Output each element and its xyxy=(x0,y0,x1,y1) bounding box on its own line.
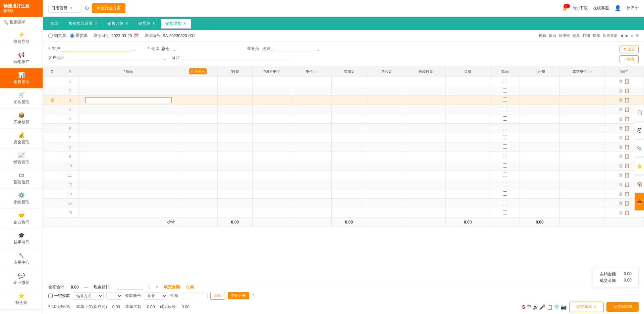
row-unit-cell[interactable] xyxy=(252,133,292,142)
row-pkgqty-cell[interactable] xyxy=(406,171,445,180)
row-gift-cell[interactable] xyxy=(490,208,520,217)
row-qty2-cell[interactable] xyxy=(331,86,366,96)
experience-btn[interactable]: 体验行业方案 xyxy=(92,3,125,13)
delete-row-icon[interactable]: 🗑 xyxy=(619,88,623,93)
customer-dots[interactable]: ... xyxy=(131,46,135,52)
gift-checkbox[interactable] xyxy=(503,88,507,92)
row-goods-cell[interactable] xyxy=(79,208,178,217)
print-btn[interactable]: 打印 xyxy=(583,33,590,38)
gift-checkbox[interactable] xyxy=(503,116,507,121)
save-draft-btn[interactable]: 保存草稿 ∧ xyxy=(569,302,604,312)
row-cost-cell[interactable] xyxy=(559,86,604,96)
taskbar-icon4[interactable]: 📋 xyxy=(547,304,552,310)
row-qty-cell[interactable] xyxy=(218,171,252,180)
list-view-btn[interactable]: ≡ xyxy=(631,34,633,38)
row-pkgqty-cell[interactable] xyxy=(406,96,445,105)
gift-checkbox[interactable] xyxy=(503,126,507,130)
industry-dropdown[interactable]: 日用百货 ▼ xyxy=(48,4,82,13)
row-qty2-cell[interactable] xyxy=(331,142,366,152)
copy-row-icon[interactable]: 📋 xyxy=(624,79,630,84)
row-pkgqty-cell[interactable] xyxy=(406,180,445,189)
row-gift-cell[interactable] xyxy=(490,199,520,208)
row-goods-cell[interactable] xyxy=(79,124,178,133)
taskbar-icon5[interactable]: 👕 xyxy=(554,304,559,310)
row-gift-cell[interactable] xyxy=(490,96,520,105)
row-qty-cell[interactable] xyxy=(218,114,252,124)
one-click-pay-check[interactable]: 一键收款 xyxy=(48,293,70,299)
row-gift-cell[interactable] xyxy=(490,189,520,199)
row-pkgqty-cell[interactable] xyxy=(406,208,445,217)
row-amount-cell[interactable] xyxy=(445,171,490,180)
row-price-cell[interactable] xyxy=(292,86,331,96)
row-amount-cell[interactable] xyxy=(445,86,490,96)
row-avail-cell[interactable] xyxy=(520,152,559,161)
delete-row-icon[interactable]: 🗑 xyxy=(619,154,623,159)
row-price-cell[interactable] xyxy=(292,189,331,199)
row-price-cell[interactable] xyxy=(292,114,331,124)
row-gift-cell[interactable] xyxy=(490,133,520,142)
row-cost-cell[interactable] xyxy=(559,142,604,152)
calendar-icon[interactable]: 📅 xyxy=(134,34,139,38)
calc-method-select[interactable]: 结算方式 xyxy=(73,292,104,300)
right-float-item-1[interactable]: 📋 xyxy=(635,104,644,121)
row-pkgqty-cell[interactable] xyxy=(406,133,445,142)
row-pkgqty-cell[interactable] xyxy=(406,142,445,152)
row-cost-cell[interactable] xyxy=(559,77,604,86)
delete-row-icon[interactable]: 🗑 xyxy=(619,116,623,121)
sidebar-item-quicknav[interactable]: ⚡ 快捷导航 xyxy=(0,28,43,48)
row-cost-cell[interactable] xyxy=(559,124,604,133)
row-qty2-cell[interactable] xyxy=(331,180,366,189)
row-price-cell[interactable] xyxy=(292,105,331,114)
tab-price-extract[interactable]: 售价提取设置 × xyxy=(64,19,102,28)
row-price-cell[interactable] xyxy=(292,133,331,142)
row-avail-cell[interactable] xyxy=(520,114,559,124)
staff-dots[interactable]: ... xyxy=(317,46,321,52)
account-select[interactable]: 账号 xyxy=(144,292,167,300)
row-avail-cell[interactable] xyxy=(520,96,559,105)
gift-checkbox[interactable] xyxy=(503,173,507,177)
save-new-btn[interactable]: 保存&新增 xyxy=(606,302,639,312)
copy-row-icon[interactable]: 📋 xyxy=(624,182,630,187)
row-gift-cell[interactable] xyxy=(490,142,520,152)
row-qty2-cell[interactable] xyxy=(331,124,366,133)
row-qty2-cell[interactable] xyxy=(331,105,366,114)
sidebar-item-newguide[interactable]: 🎓 新手引导 xyxy=(0,229,43,249)
row-goods-cell[interactable] xyxy=(79,142,178,152)
row-amount-cell[interactable] xyxy=(445,133,490,142)
copy-row-icon[interactable]: 📋 xyxy=(624,201,630,206)
row-price-cell[interactable] xyxy=(292,199,331,208)
row-unit-cell[interactable] xyxy=(252,208,292,217)
row-unit-cell[interactable] xyxy=(252,86,292,96)
row-goods-cell[interactable] xyxy=(79,161,178,171)
row-unit2-cell[interactable] xyxy=(366,180,406,189)
row-price-cell[interactable] xyxy=(292,180,331,189)
delete-row-icon[interactable]: 🗑 xyxy=(619,107,623,112)
delete-row-icon[interactable]: 🗑 xyxy=(619,201,623,206)
row-qty2-cell[interactable] xyxy=(331,152,366,161)
row-avail-cell[interactable] xyxy=(520,86,559,96)
copy-row-icon[interactable]: 📋 xyxy=(624,163,630,168)
gift-checkbox[interactable] xyxy=(503,135,507,139)
row-unit-cell[interactable] xyxy=(252,105,292,114)
tab-sales-return-close[interactable]: × xyxy=(183,21,186,26)
right-float-item-3[interactable]: 📎 xyxy=(635,139,644,157)
row-qty2-cell[interactable] xyxy=(331,199,366,208)
row-qty-cell[interactable] xyxy=(218,161,252,171)
copy-row-icon[interactable]: 📋 xyxy=(624,107,630,112)
row-unit-cell[interactable] xyxy=(252,124,292,133)
row-pkgqty-cell[interactable] xyxy=(406,161,445,171)
add-row-icon[interactable]: ⊕ xyxy=(50,97,54,103)
sidebar-item-operation[interactable]: 📈 经营管理 xyxy=(0,149,43,169)
row-cost-cell[interactable] xyxy=(559,152,604,161)
row-qty-cell[interactable] xyxy=(218,124,252,133)
gift-checkbox[interactable] xyxy=(503,182,507,186)
sidebar-item-enterprise[interactable]: 🤝 企业协同 xyxy=(0,209,43,229)
row-amount-cell[interactable] xyxy=(445,105,490,114)
delete-row-icon[interactable]: 🗑 xyxy=(619,182,623,187)
copy-row-icon[interactable]: 📋 xyxy=(624,88,630,93)
row-amount-cell[interactable] xyxy=(445,199,490,208)
history-btn[interactable]: 历史单据 xyxy=(603,33,618,38)
row-unit2-cell[interactable] xyxy=(366,96,406,105)
staff-input[interactable] xyxy=(261,46,315,52)
row-unit-cell[interactable] xyxy=(252,77,292,86)
